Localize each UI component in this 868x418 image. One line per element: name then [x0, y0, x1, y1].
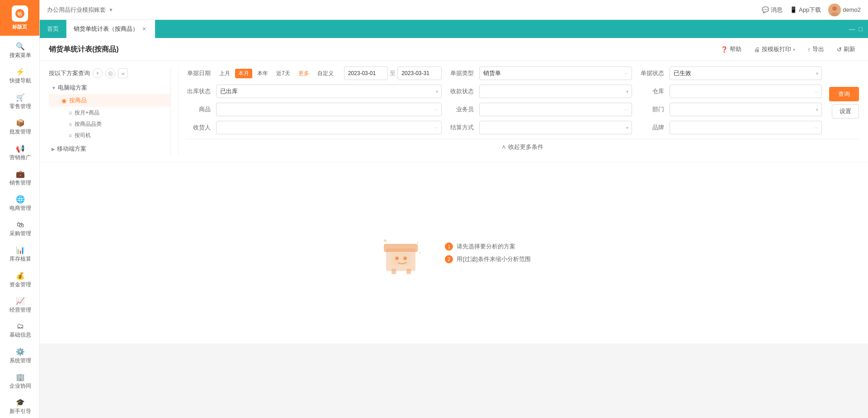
sidebar-item-newbie[interactable]: 🎓 新手引导	[0, 394, 39, 418]
payment-status-input[interactable]	[479, 85, 632, 98]
doc-type-input[interactable]	[479, 66, 632, 80]
collapse-bar[interactable]: ∧ 收起更多条件	[186, 139, 859, 155]
scheme-settings-btn[interactable]: ◎	[105, 68, 115, 78]
tab-maximize-btn[interactable]: □	[859, 25, 863, 33]
filter-label-out-status: 出库状态	[186, 87, 211, 95]
dept-input[interactable]	[670, 103, 822, 116]
system-icon: ⚙️	[16, 347, 25, 356]
topbar-user-btn[interactable]: demo2	[828, 4, 861, 16]
salesperson-input[interactable]	[479, 103, 632, 116]
brand-input[interactable]	[670, 121, 822, 134]
date-tab-7days[interactable]: 近7天	[273, 69, 293, 78]
scheme-tree: ▼ 电脑端方案 ◉ 按商品 ≡ 按月+商品	[49, 82, 170, 155]
newbie-icon: 🎓	[16, 398, 25, 407]
enterprise-icon: 🏢	[16, 373, 25, 381]
sidebar-item-basic[interactable]: 🗂 基础信息	[0, 318, 39, 342]
sidebar-item-ecom-label: 电商管理	[9, 205, 31, 211]
sidebar-item-enterprise[interactable]: 🏢 企业协同	[0, 368, 39, 394]
sidebar-item-marketing[interactable]: 📢 营销推广	[0, 140, 39, 165]
date-to-input[interactable]	[397, 66, 442, 80]
avatar	[828, 4, 841, 16]
topbar-dropdown-icon[interactable]: ▾	[109, 6, 113, 13]
tab-close-btn[interactable]: ✕	[141, 25, 147, 33]
product-input[interactable]	[216, 103, 442, 116]
scheme-header-row: 按以下方案查询 + ◎ «	[49, 66, 170, 82]
tab-home-label: 首页	[47, 25, 59, 33]
scheme-item-by-product[interactable]: ◉ 按商品	[49, 94, 170, 107]
sidebar-item-operations-label: 经营管理	[9, 307, 31, 313]
marketing-icon: 📢	[16, 144, 25, 153]
warehouse-input[interactable]	[670, 85, 822, 98]
scheme-group-desktop-header[interactable]: ▼ 电脑端方案	[49, 82, 170, 94]
svg-point-11	[417, 242, 419, 243]
filter-row-1: 单据日期 上月 本月 本年 近7天 更多 自定义	[186, 66, 822, 80]
svg-rect-13	[392, 269, 396, 274]
filter-cell-payment-status: 收款状态 ▾	[449, 85, 632, 98]
date-tab-custom[interactable]: 自定义	[314, 69, 337, 78]
tab-minimize-btn[interactable]: —	[849, 25, 855, 33]
filter-row-2: 出库状态 ▾ 收款状态	[186, 85, 822, 98]
refresh-icon: ↺	[837, 46, 842, 53]
logo-icon: 畅	[12, 5, 28, 22]
refresh-btn[interactable]: ↺ 刷新	[833, 43, 859, 55]
scheme-add-btn[interactable]: +	[93, 68, 103, 78]
group-mobile-expand-icon: ▶	[52, 147, 55, 152]
sidebar-item-inventory-label: 库存核算	[9, 256, 31, 262]
setting-button[interactable]: 设置	[832, 104, 859, 119]
filter-conditions: 单据日期 上月 本月 本年 近7天 更多 自定义	[186, 66, 822, 139]
sidebar-item-wholesale-label: 批发管理	[9, 128, 31, 135]
tab-sales-stats[interactable]: 销货单统计表（按商品） ✕	[66, 20, 155, 38]
sidebar-item-purchase[interactable]: 🛍 采购管理	[0, 216, 39, 241]
filter-cell-salesperson: 业务员 ···	[449, 103, 632, 116]
page-actions: ❓ 帮助 🖨 按模板打印 ▾ ↑ 导出 ↺ 刷新	[717, 43, 859, 61]
print-btn[interactable]: 🖨 按模板打印 ▾	[750, 43, 799, 55]
help-btn[interactable]: ❓ 帮助	[717, 43, 745, 55]
topbar-app-download-btn[interactable]: 📱 App下载	[790, 6, 821, 14]
filter-label-receiver: 收货人	[186, 124, 211, 132]
sidebar-item-wholesale[interactable]: 📦 批发管理	[0, 114, 39, 139]
empty-step-1-label: 请先选择要分析的方案	[457, 242, 515, 251]
receiver-input[interactable]	[216, 121, 442, 134]
topbar-message-label: 消息	[771, 6, 783, 14]
filter-product-wrapper: ···	[216, 103, 442, 116]
filter-conditions-area: 单据日期 上月 本月 本年 近7天 更多 自定义	[186, 66, 859, 157]
sidebar-item-sales[interactable]: 💼 销售管理	[0, 165, 39, 190]
sidebar-item-inventory[interactable]: 📊 库存核算	[0, 241, 39, 266]
scheme-collapse-btn[interactable]: «	[118, 68, 128, 78]
sidebar-item-operations[interactable]: 📈 经营管理	[0, 292, 39, 318]
logo-area[interactable]: 畅 标版页	[0, 0, 39, 36]
subitem-icon-2: ≡	[69, 121, 72, 128]
scheme-subitem-driver[interactable]: ≡ 按司机	[49, 130, 170, 141]
date-tab-year[interactable]: 本年	[254, 69, 271, 78]
doc-status-input[interactable]	[670, 66, 822, 80]
step-num-1: 1	[445, 242, 453, 251]
date-tab-more[interactable]: 更多	[295, 69, 312, 78]
query-button[interactable]: 查询	[829, 87, 859, 101]
scheme-item-label-product: 按商品	[69, 96, 87, 104]
sidebar-item-finance[interactable]: 💰 资金管理	[0, 267, 39, 292]
scheme-subitem-category[interactable]: ≡ 按商品品类	[49, 119, 170, 130]
out-status-input[interactable]	[216, 85, 442, 98]
sidebar-item-retail[interactable]: 🛒 零售管理	[0, 89, 39, 114]
svg-rect-14	[406, 269, 411, 274]
empty-state-content: 1 请先选择要分析的方案 2 用[过滤]条件来缩小分析范围	[377, 228, 530, 278]
topbar-message-btn[interactable]: 💬 消息	[762, 6, 783, 14]
sidebar-item-finance-label: 资金管理	[9, 281, 31, 288]
date-tab-last-month[interactable]: 上月	[216, 69, 233, 78]
scheme-group-mobile-header[interactable]: ▶ 移动端方案	[49, 143, 170, 155]
scheme-subitem-month-product[interactable]: ≡ 按月+商品	[49, 107, 170, 119]
tabbar-controls: — □	[844, 25, 868, 33]
scheme-header-label: 按以下方案查询	[49, 69, 90, 77]
sidebar-item-marketing-label: 营销推广	[9, 154, 31, 161]
sidebar-item-system[interactable]: ⚙️ 系统管理	[0, 343, 39, 368]
sidebar-item-ecom[interactable]: 🌐 电商管理	[0, 190, 39, 216]
sidebar-item-search[interactable]: 🔍 搜索菜单	[0, 38, 39, 63]
filter-cell-doc-type: 单据类型 ···	[449, 66, 632, 80]
sidebar-item-quick-nav[interactable]: ⚡ 快捷导航	[0, 63, 39, 88]
payment-method-input[interactable]	[479, 121, 632, 134]
date-tab-current-month[interactable]: 本月	[235, 69, 252, 78]
date-from-input[interactable]	[344, 66, 388, 80]
operations-icon: 📈	[16, 297, 25, 305]
export-btn[interactable]: ↑ 导出	[804, 43, 828, 55]
tab-home[interactable]: 首页	[40, 20, 66, 38]
